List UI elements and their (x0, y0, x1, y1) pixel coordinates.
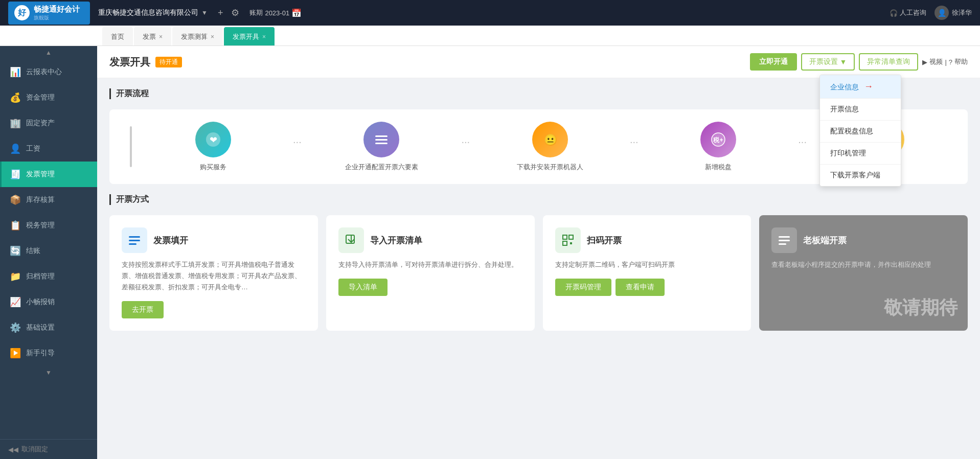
sidebar-scroll-up[interactable]: ▲ (0, 46, 97, 59)
boss-invoice-desc: 查看老板端小程序提交的开票申请，并作出相应的处理 (771, 259, 955, 270)
import-list-desc: 支持导入待开票清单，可对待开票清单进行拆分、合并处理。 (338, 259, 522, 270)
activate-button[interactable]: 立即开通 (750, 53, 797, 71)
scan-invoice-title: 扫码开票 (587, 235, 622, 246)
sidebar-item-fixed-assets[interactable]: 🏢 固定资产 (0, 110, 97, 136)
svg-rect-18 (563, 241, 567, 245)
svg-rect-21 (779, 240, 790, 241)
form-fill-icon (122, 227, 147, 253)
tab-invoice-calc-close[interactable]: × (211, 33, 214, 40)
flow-step-newtax[interactable]: 税+ 新增税盘 (649, 122, 787, 172)
tab-invoice-close[interactable]: × (159, 33, 163, 40)
dropdown-download-client-label: 下载开票客户端 (830, 171, 880, 179)
sidebar-item-cloud-report[interactable]: 📊 云报表中心 (0, 59, 97, 85)
unpin-icon: ◀◀ (8, 446, 18, 453)
sidebar-bottom-action[interactable]: ◀◀ 取消固定 (0, 439, 97, 459)
header-left: 好 畅捷通好会计 旗舰版 重庆畅捷交通信息咨询有限公司 ▼ + ⚙ 账期 202… (8, 2, 302, 25)
abnormal-list-button[interactable]: 异常清单查询 (859, 53, 918, 71)
logo-info: 畅捷通好会计 旗舰版 (34, 5, 80, 21)
flow-label-download: 下载并安装开票机器人 (517, 163, 583, 172)
dropdown-item-invoice-info[interactable]: 开票信息 (820, 99, 901, 121)
sidebar-bottom-label: 取消固定 (21, 445, 48, 454)
flow-step-config[interactable]: 企业开通配置开票六要素 (312, 122, 450, 172)
logo-sub: 旗舰版 (34, 14, 80, 21)
tab-invoice-open-close[interactable]: × (262, 33, 266, 40)
video-help-button[interactable]: ▶ 视频 | ? 帮助 (922, 57, 968, 66)
import-list-title: 导入开票清单 (370, 235, 422, 246)
basic-settings-icon: ⚙️ (10, 322, 21, 333)
method-card-form-fill: 发票填开 支持按照发票样式手工填开发票；可开具增值税电子普通发票、增值税普通发票… (109, 215, 318, 331)
svg-rect-13 (129, 243, 136, 245)
calendar-icon[interactable]: 📅 (291, 8, 302, 18)
sidebar-tax-mgmt-label: 税务管理 (26, 221, 55, 230)
flow-connector-2: ··· (450, 136, 481, 158)
flow-connector-1: ··· (282, 136, 312, 158)
form-fill-btn[interactable]: 去开票 (122, 301, 164, 318)
flow-icon-newtax: 税+ (700, 122, 736, 157)
help-label: 帮助 (954, 57, 968, 66)
dropdown-printer-mgmt-label: 打印机管理 (830, 149, 866, 157)
sidebar-item-invoice-mgmt[interactable]: 🧾 发票管理 (0, 162, 97, 187)
support-button[interactable]: 🎧 人工咨询 (890, 8, 926, 17)
dropdown-item-tax-config[interactable]: 配置税盘信息 (820, 121, 901, 143)
form-fill-desc: 支持按照发票样式手工填开发票；可开具增值税电子普通发票、增值税普通发票、增值税专… (122, 259, 306, 293)
tab-invoice-calc[interactable]: 发票测算 × (172, 27, 223, 45)
boss-invoice-icon (771, 227, 797, 253)
tab-bar: 首页 发票 × 发票测算 × 发票开具 × (0, 26, 980, 46)
svg-rect-4 (375, 143, 388, 144)
sidebar-item-settlement[interactable]: 🔄 结账 (0, 238, 97, 264)
flow-step-download[interactable]: 😐 下载并安装开票机器人 (481, 122, 619, 172)
boss-invoice-overlay: 敬请期待 (884, 295, 958, 320)
svg-rect-2 (375, 135, 388, 137)
sidebar-item-basic-settings[interactable]: ⚙️ 基础设置 (0, 315, 97, 340)
question-icon: ? (949, 58, 952, 66)
sidebar-item-archive-mgmt[interactable]: 📁 归档管理 (0, 264, 97, 289)
svg-rect-12 (129, 240, 140, 241)
payroll-icon: 👤 (10, 143, 21, 154)
dropdown-item-company-info[interactable]: 企业信息 → (820, 75, 901, 99)
sidebar-small-report-label: 小畅报销 (26, 297, 55, 307)
import-list-btn[interactable]: 导入清单 (338, 279, 388, 296)
scan-invoice-btn1[interactable]: 开票码管理 (555, 279, 611, 296)
video-label: 视频 (929, 57, 943, 66)
main-layout: ▲ 📊 云报表中心 💰 资金管理 🏢 固定资产 👤 工资 🧾 发票管理 📦 库存… (0, 46, 980, 459)
tab-home[interactable]: 首页 (102, 27, 133, 45)
logo-text: 畅捷通好会计 (34, 5, 80, 14)
scan-invoice-btn2[interactable]: 查看申请 (616, 279, 665, 296)
settings-button[interactable]: 开票设置 ▼ (801, 53, 855, 71)
dropdown-item-printer-mgmt[interactable]: 打印机管理 (820, 143, 901, 165)
method-card-boss-invoice: 老板端开票 查看老板端小程序提交的开票申请，并作出相应的处理 敬请期待 (759, 215, 968, 331)
sidebar-item-payroll[interactable]: 👤 工资 (0, 136, 97, 162)
sidebar-cloud-report-label: 云报表中心 (26, 67, 62, 77)
method-section-title: 开票方式 (109, 194, 968, 205)
sidebar-item-new-guide[interactable]: ▶️ 新手引导 (0, 340, 97, 366)
dropdown-item-download-client[interactable]: 下载开票客户端 (820, 165, 901, 186)
tab-invoice[interactable]: 发票 × (134, 27, 171, 45)
top-header: 好 畅捷通好会计 旗舰版 重庆畅捷交通信息咨询有限公司 ▼ + ⚙ 账期 202… (0, 0, 980, 26)
tab-invoice-open[interactable]: 发票开具 × (224, 27, 275, 45)
sidebar-scroll-down[interactable]: ▼ (0, 366, 97, 379)
add-company-button[interactable]: + (216, 6, 225, 20)
method-card-import-list: 导入开票清单 支持导入待开票清单，可对待开票清单进行拆分、合并处理。 导入清单 (326, 215, 535, 331)
settings-button-label: 开票设置 (809, 57, 838, 66)
flow-label-newtax: 新增税盘 (705, 163, 732, 172)
logo-icon: 好 (14, 5, 30, 20)
sidebar-item-fund-mgmt[interactable]: 💰 资金管理 (0, 85, 97, 110)
method-header-boss-invoice: 老板端开票 (771, 227, 955, 253)
sidebar: ▲ 📊 云报表中心 💰 资金管理 🏢 固定资产 👤 工资 🧾 发票管理 📦 库存… (0, 46, 97, 459)
user-avatar: 👤 (935, 6, 949, 20)
tab-invoice-open-label: 发票开具 (233, 32, 259, 41)
sidebar-item-small-report[interactable]: 📈 小畅报销 (0, 289, 97, 315)
dropdown-tax-config-label: 配置税盘信息 (830, 127, 873, 135)
boss-invoice-title: 老板端开票 (803, 235, 847, 246)
sidebar-item-inventory[interactable]: 📦 库存核算 (0, 187, 97, 213)
page-actions: 立即开通 开票设置 ▼ 异常清单查询 ▶ 视频 | ? 帮助 企业信息 (750, 53, 968, 71)
user-area[interactable]: 👤 徐泽华 (935, 6, 972, 20)
settings-gear-button[interactable]: ⚙ (229, 5, 241, 20)
flow-step-buy[interactable]: ❤ 购买服务 (144, 122, 282, 172)
tax-mgmt-icon: 📋 (10, 220, 21, 231)
company-selector[interactable]: 重庆畅捷交通信息咨询有限公司 ▼ (98, 8, 208, 17)
svg-text:❤: ❤ (209, 135, 217, 145)
flow-icon-config (363, 122, 399, 157)
header-right: 🎧 人工咨询 👤 徐泽华 (890, 6, 972, 20)
sidebar-item-tax-mgmt[interactable]: 📋 税务管理 (0, 213, 97, 238)
